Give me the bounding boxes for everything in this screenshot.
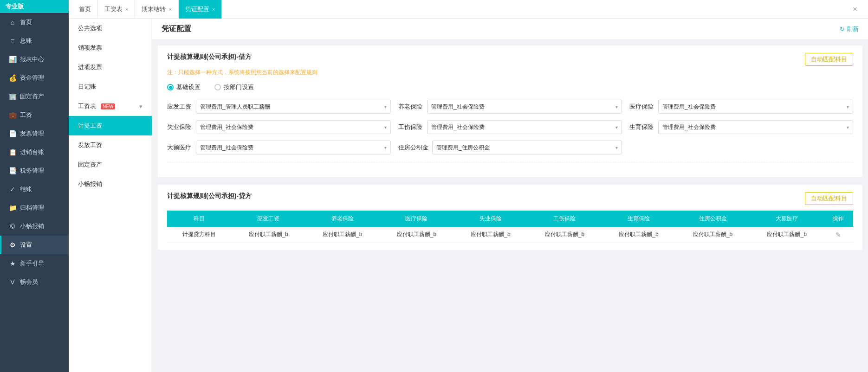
main-area: 首页 工资表 × 期末结转 × 凭证配置 × × 公共选项 销项发票 进项发票 (69, 0, 868, 372)
sidebar-item-fixed-assets[interactable]: 🏢 固定资产 (0, 87, 69, 106)
nav-item-sales-invoice[interactable]: 销项发票 (69, 38, 152, 58)
nav-item-journal[interactable]: 日记账 (69, 77, 152, 96)
salary-icon: 💼 (9, 111, 16, 119)
cell-salary: 应付职工薪酬_b (232, 227, 306, 243)
col-injury: 工伤保险 (528, 211, 602, 227)
nav-item-purchase-invoice[interactable]: 进项发票 (69, 58, 152, 77)
cell-injury: 应付职工薪酬_b (528, 227, 602, 243)
salary-select[interactable]: 管理费用_管理人员职工薪酬 ▾ (196, 100, 391, 114)
cell-big-medical: 应付职工薪酬_b (750, 227, 824, 243)
sidebar-item-home[interactable]: ⌂ 首页 (0, 13, 69, 32)
sidebar-item-purchase-sales[interactable]: 📋 进销台账 (0, 143, 69, 161)
big-medical-select[interactable]: 管理费用_社会保险费 ▾ (196, 141, 391, 154)
tab-home[interactable]: 首页 (72, 0, 98, 19)
nav-label: 工资表 (78, 102, 96, 110)
unemployment-select[interactable]: 管理费用_社会保险费 ▾ (196, 120, 391, 134)
debit-section-title: 计提核算规则(公司承担)-借方 (167, 53, 252, 61)
refresh-icon: ↻ (840, 26, 845, 32)
guide-icon: ★ (9, 260, 16, 267)
purchase-icon: 📋 (9, 148, 16, 156)
radio-dept[interactable]: 按部门设置 (214, 83, 254, 91)
col-subject: 科目 (167, 211, 232, 227)
debit-form-row-3: 大额医疗 管理费用_社会保险费 ▾ 住房公积金 管理费用_住房公积金 ▾ (167, 141, 853, 154)
maternity-select-value: 管理费用_社会保险费 (662, 123, 847, 131)
sidebar-item-label: 首页 (20, 18, 32, 26)
unemployment-select-value: 管理费用_社会保险费 (200, 123, 384, 131)
maternity-select[interactable]: 管理费用_社会保险费 ▾ (658, 120, 853, 134)
brand-logo: 专业版 (0, 0, 69, 13)
sidebar-item-vip[interactable]: V 畅会员 (0, 273, 69, 291)
pension-select-arrow: ▾ (615, 104, 618, 109)
tab-salary-close-icon[interactable]: × (125, 6, 128, 12)
debit-auto-match-button[interactable]: 自动匹配科目 (805, 53, 853, 66)
nav-label: 日记账 (78, 83, 96, 91)
col-medical: 医疗保险 (380, 211, 454, 227)
field-big-medical: 大额医疗 管理费用_社会保险费 ▾ (167, 141, 391, 154)
sidebar-item-settlement[interactable]: ✓ 结账 (0, 180, 69, 199)
tax-icon: 📑 (9, 167, 16, 174)
sidebar-item-label: 结账 (20, 185, 32, 193)
sidebar-item-label: 归档管理 (20, 204, 44, 212)
cell-action[interactable]: ✎ (824, 227, 853, 243)
right-content: 凭证配置 ↻ 刷新 计提核算规则(公司承担)-借方 自动匹配科目 注：只能选择一… (152, 19, 868, 372)
sidebar-item-report-center[interactable]: 📊 报表中心 (0, 50, 69, 69)
housing-select-arrow: ▾ (615, 145, 618, 150)
sidebar-item-general-ledger[interactable]: ≡ 总账 (0, 32, 69, 50)
sidebar-item-archive[interactable]: 📁 归档管理 (0, 199, 69, 217)
sidebar-item-invoice[interactable]: 📄 发票管理 (0, 124, 69, 143)
sidebar-item-label: 小畅报销 (20, 222, 44, 231)
sidebar-item-label: 总账 (20, 37, 32, 45)
left-navigation: 公共选项 销项发票 进项发票 日记账 工资表 NEW ▾ 计提工资 发放工资 (69, 19, 152, 372)
housing-label: 住房公积金 (398, 143, 428, 152)
col-pension: 养老保险 (305, 211, 380, 227)
pension-select-value: 管理费用_社会保险费 (431, 103, 615, 111)
cell-housing: 应付职工薪酬_b (676, 227, 750, 243)
field-salary: 应发工资 管理费用_管理人员职工薪酬 ▾ (167, 100, 391, 114)
tab-period-label: 期末结转 (142, 5, 166, 13)
sidebar-item-label: 资金管理 (20, 74, 44, 82)
nav-item-pay-salary[interactable]: 发放工资 (69, 135, 152, 155)
edit-icon[interactable]: ✎ (836, 231, 841, 238)
nav-label: 发放工资 (78, 141, 102, 149)
debit-section: 计提核算规则(公司承担)-借方 自动匹配科目 注：只能选择一种方式，系统将按照您… (158, 45, 862, 177)
nav-item-xiaochang-expense[interactable]: 小畅报销 (69, 174, 152, 194)
salary-select-arrow: ▾ (384, 104, 387, 109)
sidebar-item-xiaochang[interactable]: © 小畅报销 (0, 217, 69, 236)
tab-period-close-icon[interactable]: × (168, 6, 171, 12)
nav-item-public-options[interactable]: 公共选项 (69, 19, 152, 38)
unemployment-label: 失业保险 (167, 123, 192, 131)
sidebar-item-label: 报表中心 (20, 55, 44, 64)
nav-item-fixed-assets-sub[interactable]: 固定资产 (69, 155, 152, 174)
medical-select-value: 管理费用_社会保险费 (662, 103, 847, 111)
sidebar-item-salary[interactable]: 💼 工资 (0, 106, 69, 124)
injury-select[interactable]: 管理费用_社会保险费 ▾ (427, 120, 622, 134)
tab-voucher-config[interactable]: 凭证配置 × (179, 0, 222, 19)
field-housing: 住房公积金 管理费用_住房公积金 ▾ (398, 141, 622, 154)
nav-item-salary-table[interactable]: 工资表 NEW ▾ (69, 96, 152, 116)
sidebar-item-tax[interactable]: 📑 税务管理 (0, 161, 69, 180)
pension-select[interactable]: 管理费用_社会保险费 ▾ (427, 100, 622, 114)
nav-item-calc-salary[interactable]: 计提工资 (69, 116, 152, 135)
sidebar-item-label: 设置 (20, 241, 32, 249)
sidebar-item-guide[interactable]: ★ 新手引导 (0, 254, 69, 273)
radio-basic-circle (167, 84, 174, 90)
tab-voucher-close-icon[interactable]: × (212, 6, 215, 12)
credit-auto-match-button[interactable]: 自动匹配科目 (805, 192, 853, 205)
injury-select-value: 管理费用_社会保险费 (431, 123, 615, 131)
maternity-label: 生育保险 (629, 123, 654, 131)
tab-period-carry[interactable]: 期末结转 × (135, 0, 178, 19)
radio-basic[interactable]: 基础设置 (167, 83, 201, 91)
tab-salary-table[interactable]: 工资表 × (98, 0, 135, 19)
topbar-close-button[interactable]: × (846, 0, 864, 19)
sidebar-item-label: 进销台账 (20, 148, 44, 156)
unemployment-select-arrow: ▾ (384, 125, 387, 130)
settings-icon: ⚙ (9, 241, 16, 249)
col-salary: 应发工资 (232, 211, 306, 227)
refresh-button[interactable]: ↻ 刷新 (840, 25, 859, 33)
medical-select[interactable]: 管理费用_社会保险费 ▾ (658, 100, 853, 114)
injury-label: 工伤保险 (398, 123, 423, 131)
home-icon: ⌂ (9, 19, 16, 26)
sidebar-item-fund[interactable]: 💰 资金管理 (0, 69, 69, 87)
sidebar-item-settings[interactable]: ⚙ 设置 (0, 236, 69, 254)
housing-select[interactable]: 管理费用_住房公积金 ▾ (432, 141, 622, 154)
